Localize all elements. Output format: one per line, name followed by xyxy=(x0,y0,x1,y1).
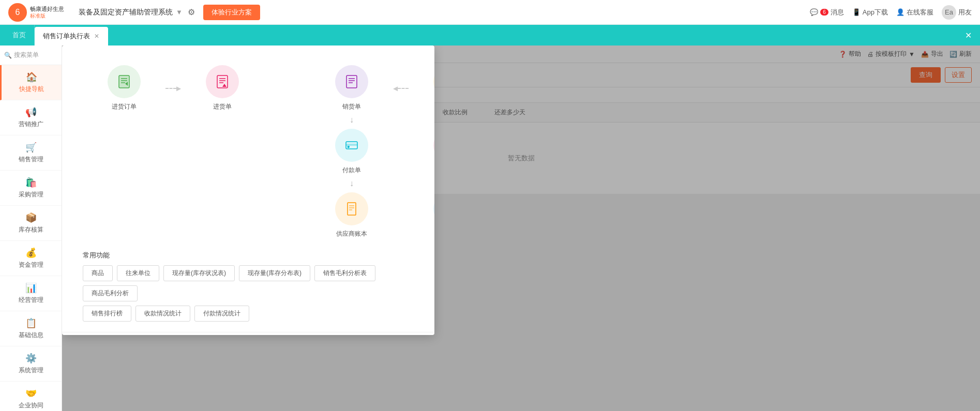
online-service-button[interactable]: 👤 在线客服 xyxy=(896,8,933,17)
svg-rect-8 xyxy=(346,75,357,88)
inventory-icon: 📦 xyxy=(25,212,37,223)
modal-scrollbar[interactable]: ◀ ▶ xyxy=(62,332,434,335)
common-buttons-row-2: 销售排行榜 收款情况统计 付款情况统计 xyxy=(83,306,414,322)
btn-stock-distribution[interactable]: 现存量(库存分布表) xyxy=(239,265,310,281)
home-icon: 🏠 xyxy=(26,71,37,83)
svg-rect-4 xyxy=(217,75,228,88)
sidebar-item-marketing[interactable]: 📢 营销推广 xyxy=(0,100,62,135)
sidebar-item-operations[interactable]: 📊 经营管理 xyxy=(0,276,62,311)
user-avatar: Ea xyxy=(942,5,956,20)
logo-area: 6 畅康通好生意 标准版 xyxy=(8,3,70,22)
sidebar-item-sales[interactable]: 🛒 销售管理 xyxy=(0,135,62,171)
logo-text: 畅康通好生意 标准版 xyxy=(30,5,64,19)
btn-goods[interactable]: 商品 xyxy=(83,265,113,281)
user-menu[interactable]: Ea 用友 xyxy=(942,5,972,20)
message-icon: 💬 xyxy=(810,8,818,16)
marketing-icon: 📢 xyxy=(25,106,37,118)
flow-node-supplier-ledger[interactable]: 供应商账本 xyxy=(331,188,372,242)
sidebar-search[interactable]: 🔍 搜索菜单 xyxy=(0,45,62,65)
supplier-ledger-label: 供应商账本 xyxy=(336,230,367,238)
flow-node-collection[interactable]: ¥ 收款单 xyxy=(429,125,434,179)
basic-info-icon: 📋 xyxy=(25,317,37,329)
sidebar-item-system[interactable]: ⚙️ 系统管理 xyxy=(0,346,62,382)
app-download-button[interactable]: 📱 App下载 xyxy=(852,8,888,17)
main-content: ❓ 帮助 🖨 按模板打印 ▼ 📤 导出 🔄 刷新 — 📅 单据状态 xyxy=(62,45,980,411)
down-arrow-payment: ↓ xyxy=(350,115,354,125)
tab-sales-order-exec[interactable]: 销售订单执行表 ✕ xyxy=(35,27,108,45)
payment-icon: ¥ xyxy=(335,129,368,162)
sidebar-item-purchase[interactable]: 🛍️ 采购管理 xyxy=(0,171,62,206)
flow-node-payment[interactable]: ¥ 付款单 xyxy=(331,125,372,179)
purchase-order-label: 进货订单 xyxy=(112,102,137,111)
purchase-receipt-icon xyxy=(206,65,239,98)
btn-sales-margin[interactable]: 销售毛利分析表 xyxy=(314,265,375,281)
btn-partner[interactable]: 往来单位 xyxy=(117,265,159,281)
flow-node-customer-ledger[interactable]: 客户账本 xyxy=(429,188,434,242)
sidebar-item-quick-nav[interactable]: 🏠 快捷导航 xyxy=(0,65,62,100)
search-icon: 🔍 xyxy=(4,52,12,59)
system-icon: ⚙️ xyxy=(25,353,37,364)
sales-receipt-icon xyxy=(335,65,368,98)
settings-icon[interactable]: ⚙ xyxy=(188,7,195,17)
main-layout: 🔍 搜索菜单 🏠 快捷导航 📢 营销推广 🛒 销售管理 🛍️ 采购管理 📦 库存… xyxy=(0,45,980,411)
arrow-h-2: ◀ xyxy=(393,85,409,92)
purchase-order-icon xyxy=(108,65,141,98)
enterprise-icon: 🤝 xyxy=(25,388,37,399)
tab-close-icon[interactable]: ✕ xyxy=(94,33,99,40)
system-dropdown-icon[interactable]: ▼ xyxy=(176,8,183,16)
phone-icon: 📱 xyxy=(852,8,861,16)
common-buttons-row-1: 商品 往来单位 现存量(库存状况表) 现存量(库存分布表) 销售毛利分析表 商品… xyxy=(83,265,414,301)
tab-home[interactable]: 首页 xyxy=(4,25,35,45)
sidebar-item-inventory[interactable]: 📦 库存核算 xyxy=(0,206,62,241)
system-title-area: 装备及固定资产辅助管理系统 ▼ ⚙ 体验行业方案 xyxy=(79,5,810,20)
btn-sales-ranking[interactable]: 销售排行榜 xyxy=(83,306,131,322)
service-icon: 👤 xyxy=(896,8,904,16)
flow-node-purchase-order[interactable]: 进货订单 xyxy=(83,61,165,115)
flow-col-payment: ↓ ¥ 付款单 ↓ xyxy=(310,115,393,242)
purchase-icon: 🛍️ xyxy=(25,177,37,188)
flow-col-collection: ↓ ¥ 收款单 ↓ xyxy=(409,115,434,242)
flow-diagram: 进货订单 ▶ 进货单 xyxy=(83,61,414,242)
common-functions-title: 常用功能 xyxy=(83,251,414,260)
sales-icon: 🛒 xyxy=(25,142,37,153)
modal-inner: 进货订单 ▶ 进货单 xyxy=(62,45,434,332)
message-button[interactable]: 💬 6 消息 xyxy=(810,8,844,17)
collection-icon: ¥ xyxy=(433,129,434,162)
operations-icon: 📊 xyxy=(25,282,37,294)
nav-close-button[interactable]: ✕ xyxy=(961,31,976,40)
common-functions-section: 常用功能 商品 往来单位 现存量(库存状况表) 现存量(库存分布表) 销售毛利分… xyxy=(83,251,414,322)
down-arrow-supplier: ↓ xyxy=(350,179,354,188)
sales-order-icon xyxy=(433,65,434,98)
arrow-h-1: ▶ xyxy=(165,85,181,92)
btn-goods-margin[interactable]: 商品毛利分析 xyxy=(83,285,138,301)
sidebar-item-enterprise[interactable]: 🤝 企业协同 xyxy=(0,382,62,411)
nav-tabs: 首页 销售订单执行表 ✕ ✕ xyxy=(0,25,980,45)
flow-node-sales-order[interactable]: 销售订单 xyxy=(409,61,434,115)
supplier-ledger-icon xyxy=(335,192,368,225)
svg-rect-20 xyxy=(348,203,356,215)
modal-overlay[interactable]: 进货订单 ▶ 进货单 xyxy=(62,45,980,411)
flow-node-sales-receipt[interactable]: 销货单 xyxy=(310,61,393,115)
btn-receipt-stats[interactable]: 收款情况统计 xyxy=(135,306,190,322)
logo-icon: 6 xyxy=(8,3,27,22)
trial-button[interactable]: 体验行业方案 xyxy=(203,5,260,20)
system-title: 装备及固定资产辅助管理系统 xyxy=(79,8,173,17)
btn-payment-stats[interactable]: 付款情况统计 xyxy=(194,306,249,322)
sales-receipt-label: 销货单 xyxy=(342,102,361,111)
svg-text:¥: ¥ xyxy=(346,145,350,149)
btn-stock-status[interactable]: 现存量(库存状况表) xyxy=(163,265,235,281)
finance-icon: 💰 xyxy=(25,247,37,258)
payment-label: 付款单 xyxy=(342,166,361,175)
customer-ledger-icon xyxy=(433,192,434,225)
sidebar-item-finance[interactable]: 💰 资金管理 xyxy=(0,241,62,276)
flow-node-purchase-receipt[interactable]: 进货单 xyxy=(181,61,264,115)
quick-nav-modal: 进货订单 ▶ 进货单 xyxy=(62,45,434,335)
search-menu-inner[interactable]: 🔍 搜索菜单 xyxy=(4,51,57,59)
sidebar-item-basic-info[interactable]: 📋 基础信息 xyxy=(0,311,62,346)
top-header: 6 畅康通好生意 标准版 装备及固定资产辅助管理系统 ▼ ⚙ 体验行业方案 💬 … xyxy=(0,0,980,25)
header-right: 💬 6 消息 📱 App下载 👤 在线客服 Ea 用友 xyxy=(810,5,972,20)
sidebar: 🔍 搜索菜单 🏠 快捷导航 📢 营销推广 🛒 销售管理 🛍️ 采购管理 📦 库存… xyxy=(0,45,62,411)
purchase-receipt-label: 进货单 xyxy=(213,102,232,111)
message-badge: 6 xyxy=(820,9,828,16)
